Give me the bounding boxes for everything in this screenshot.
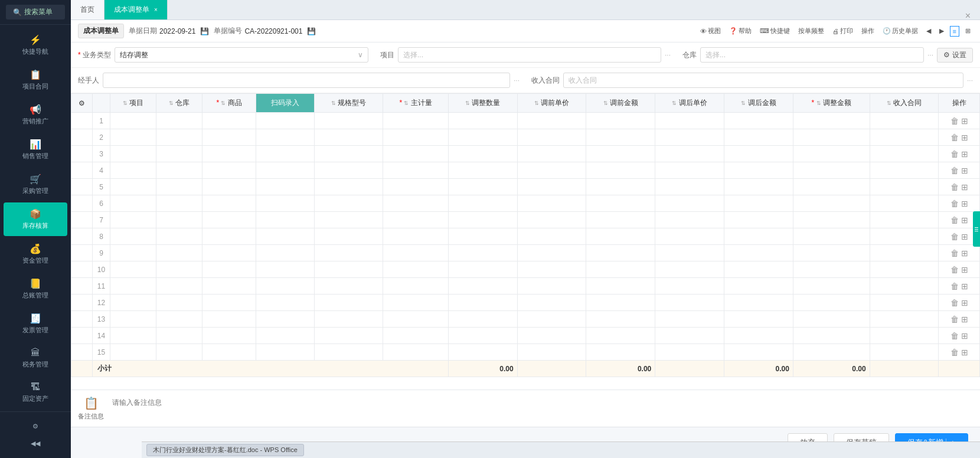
th-warehouse[interactable]: ⇅ 仓库 [156, 94, 202, 113]
sidebar-item-ledger[interactable]: 📒总账管理 [4, 272, 67, 306]
row-copy-icon[interactable]: ⊞ [961, 149, 968, 159]
row-scan-cell[interactable] [256, 311, 315, 328]
handler-input[interactable] [103, 73, 510, 88]
row-goods-cell[interactable] [202, 245, 256, 261]
row-before-amt-cell[interactable] [586, 295, 655, 311]
th-adj-amt[interactable]: * ⇅ 调整金额 [793, 94, 870, 113]
row-scan-cell[interactable] [256, 245, 315, 261]
row-before-amt-cell[interactable] [586, 146, 655, 162]
row-income-contract-cell[interactable] [870, 261, 939, 278]
row-spec-cell[interactable] [314, 129, 383, 146]
row-copy-icon[interactable]: ⊞ [961, 348, 968, 357]
row-scan-cell[interactable] [256, 113, 315, 129]
row-adj-qty-cell[interactable] [448, 228, 517, 245]
row-adj-amt-cell[interactable] [793, 146, 870, 162]
row-unit-cell[interactable] [383, 162, 448, 179]
row-warehouse-cell[interactable] [156, 162, 202, 179]
row-goods-cell[interactable] [202, 212, 256, 228]
row-unit-cell[interactable] [383, 344, 448, 361]
th-after-amt[interactable]: ⇅ 调后金额 [724, 94, 793, 113]
th-spec[interactable]: ⇅ 规格型号 [314, 94, 383, 113]
row-adj-amt-cell[interactable] [793, 113, 870, 129]
row-delete-icon[interactable]: 🗑 [950, 215, 959, 225]
row-after-price-cell[interactable] [655, 113, 724, 129]
row-scan-cell[interactable] [256, 328, 315, 344]
row-warehouse-cell[interactable] [156, 278, 202, 295]
row-after-price-cell[interactable] [655, 228, 724, 245]
row-income-contract-cell[interactable] [870, 113, 939, 129]
right-panel-toggle[interactable] [973, 211, 980, 247]
taskbar-item[interactable]: 木门行业好业财处理方案-暮红红.doc - WPS Office [146, 444, 304, 456]
row-scan-cell[interactable] [256, 278, 315, 295]
row-unit-cell[interactable] [383, 146, 448, 162]
row-project-cell[interactable] [110, 245, 156, 261]
row-before-price-cell[interactable] [517, 146, 586, 162]
row-before-amt-cell[interactable] [586, 278, 655, 295]
row-goods-cell[interactable] [202, 328, 256, 344]
row-copy-icon[interactable]: ⊞ [961, 315, 968, 324]
row-warehouse-cell[interactable] [156, 179, 202, 195]
row-income-contract-cell[interactable] [870, 212, 939, 228]
th-before-price[interactable]: ⇅ 调前单价 [517, 94, 586, 113]
row-before-amt-cell[interactable] [586, 328, 655, 344]
row-adj-amt-cell[interactable] [793, 212, 870, 228]
row-adj-qty-cell[interactable] [448, 129, 517, 146]
row-goods-cell[interactable] [202, 261, 256, 278]
row-income-contract-cell[interactable] [870, 245, 939, 261]
view-btn[interactable]: 👁 视图 [698, 25, 723, 37]
nav-next-btn[interactable]: ▶ [937, 26, 946, 36]
row-adj-amt-cell[interactable] [793, 295, 870, 311]
row-goods-cell[interactable] [202, 195, 256, 212]
business-type-input[interactable]: 结存调整 ∨ [115, 47, 368, 63]
row-spec-cell[interactable] [314, 245, 383, 261]
search-menu-button[interactable]: 🔍 搜索菜单 [6, 5, 65, 19]
row-spec-cell[interactable] [314, 195, 383, 212]
row-adj-amt-cell[interactable] [793, 245, 870, 261]
row-goods-cell[interactable] [202, 228, 256, 245]
row-unit-cell[interactable] [383, 328, 448, 344]
row-scan-cell[interactable] [256, 261, 315, 278]
row-copy-icon[interactable]: ⊞ [961, 215, 968, 225]
row-delete-icon[interactable]: 🗑 [950, 149, 959, 159]
row-adj-qty-cell[interactable] [448, 344, 517, 361]
row-after-price-cell[interactable] [655, 146, 724, 162]
row-before-amt-cell[interactable] [586, 212, 655, 228]
row-goods-cell[interactable] [202, 129, 256, 146]
row-before-price-cell[interactable] [517, 195, 586, 212]
row-before-amt-cell[interactable] [586, 228, 655, 245]
row-after-price-cell[interactable] [655, 245, 724, 261]
row-income-contract-cell[interactable] [870, 344, 939, 361]
row-after-price-cell[interactable] [655, 179, 724, 195]
row-after-price-cell[interactable] [655, 261, 724, 278]
row-income-contract-cell[interactable] [870, 278, 939, 295]
remarks-input[interactable] [110, 396, 973, 409]
row-after-amt-cell[interactable] [724, 129, 793, 146]
row-income-contract-cell[interactable] [870, 179, 939, 195]
row-warehouse-cell[interactable] [156, 228, 202, 245]
row-income-contract-cell[interactable] [870, 195, 939, 212]
row-after-price-cell[interactable] [655, 129, 724, 146]
th-before-amt[interactable]: ⇅ 调前金额 [586, 94, 655, 113]
row-before-price-cell[interactable] [517, 328, 586, 344]
th-adj-qty[interactable]: ⇅ 调整数量 [448, 94, 517, 113]
row-project-cell[interactable] [110, 344, 156, 361]
row-copy-icon[interactable]: ⊞ [961, 133, 968, 142]
row-after-amt-cell[interactable] [724, 162, 793, 179]
row-after-price-cell[interactable] [655, 278, 724, 295]
row-adj-amt-cell[interactable] [793, 328, 870, 344]
shortcut-btn[interactable]: ⌨ 快捷键 [757, 25, 792, 37]
row-before-amt-cell[interactable] [586, 129, 655, 146]
row-spec-cell[interactable] [314, 344, 383, 361]
sidebar-item-inventory[interactable]: 📦库存核算 [4, 202, 67, 236]
row-income-contract-cell[interactable] [870, 129, 939, 146]
row-warehouse-cell[interactable] [156, 328, 202, 344]
row-after-price-cell[interactable] [655, 328, 724, 344]
print-btn[interactable]: 🖨 打印 [830, 25, 855, 37]
row-unit-cell[interactable] [383, 113, 448, 129]
row-adj-qty-cell[interactable] [448, 212, 517, 228]
row-after-amt-cell[interactable] [724, 179, 793, 195]
row-delete-icon[interactable]: 🗑 [950, 298, 959, 307]
row-after-price-cell[interactable] [655, 212, 724, 228]
sidebar-item-fixed-assets[interactable]: 🏗固定资产 [4, 376, 67, 409]
row-after-price-cell[interactable] [655, 195, 724, 212]
